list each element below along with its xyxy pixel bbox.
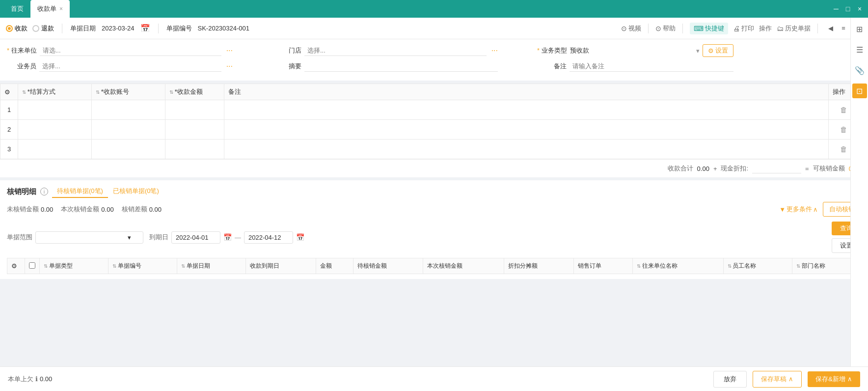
row-num-2: 2 xyxy=(0,120,18,140)
col-doc-type-header: ⇅ 单据类型 xyxy=(40,258,108,274)
date-label: 单据日期 xyxy=(70,24,96,33)
col-amount-header-w: 金额 xyxy=(316,258,353,274)
refund-radio[interactable]: 退款 xyxy=(32,24,54,33)
draft-arrow: ∧ xyxy=(788,375,793,383)
delete-icon-1[interactable]: 🗑 xyxy=(840,106,847,114)
date-to-input[interactable] xyxy=(244,231,293,244)
pay-method-1[interactable] xyxy=(18,100,92,120)
remark-1[interactable] xyxy=(224,100,829,120)
salesperson-input[interactable] xyxy=(39,61,221,72)
select-all-checkbox[interactable] xyxy=(29,262,35,269)
video-icon: ⊙ xyxy=(621,25,627,32)
right-attach-icon[interactable]: 📎 xyxy=(852,63,867,78)
delete-icon-3[interactable]: 🗑 xyxy=(840,145,847,154)
shop-more-btn[interactable]: ··· xyxy=(491,46,498,55)
tab-receipt-close[interactable]: × xyxy=(59,5,63,12)
layout-prev[interactable]: ◀ xyxy=(825,23,837,34)
account-1[interactable] xyxy=(92,100,165,120)
unverified-stat: 未核销金额 0.00 xyxy=(7,205,53,214)
draft-btn[interactable]: 保存草稿 ∧ xyxy=(753,371,802,388)
total-value: 0.00 xyxy=(697,165,709,172)
tab-pending[interactable]: 待核销单据(0笔) xyxy=(52,185,108,198)
plus-sign: + xyxy=(713,165,717,172)
type-radio-group: 收款 退款 xyxy=(6,24,54,33)
divider-4 xyxy=(682,24,683,33)
remark-input[interactable] xyxy=(570,61,733,72)
form-settings-btn[interactable]: ⚙ 设置 xyxy=(703,44,733,57)
calendar-icon[interactable]: 📅 xyxy=(140,24,150,33)
calendar-to-icon[interactable]: 📅 xyxy=(296,233,304,241)
counterpart-input[interactable] xyxy=(40,45,221,56)
account-3[interactable] xyxy=(92,140,165,159)
amount-3[interactable] xyxy=(165,140,224,159)
tab-done[interactable]: 已核销单据(0笔) xyxy=(108,185,164,198)
table-footer: 收款合计 0.00 + 现金折扣: = 可核销金额 0.00 xyxy=(0,159,868,177)
maximize-btn[interactable]: □ xyxy=(843,4,852,13)
help-label: 帮助 xyxy=(663,24,676,33)
shop-input[interactable] xyxy=(304,45,487,56)
delete-icon-2[interactable]: 🗑 xyxy=(840,125,847,134)
diff-label: 核销差额 xyxy=(122,205,147,214)
col-pending-header: 待核销金额 xyxy=(353,258,423,274)
right-table-icon[interactable]: ⊞ xyxy=(852,22,867,36)
equals-sign: = xyxy=(805,165,809,172)
layout-list[interactable]: ≡ xyxy=(838,23,849,34)
bottom-info-icon: ℹ xyxy=(35,375,38,383)
more-conditions-btn[interactable]: ▼ 更多条件 ∧ xyxy=(779,205,818,214)
tab-home[interactable]: 首页 xyxy=(4,0,30,18)
unverified-label: 未核销金额 xyxy=(7,205,39,214)
remark-2[interactable] xyxy=(224,120,829,140)
bottom-info: 本单上欠 ℹ 0.00 xyxy=(8,375,52,384)
remark-3[interactable] xyxy=(224,140,829,159)
date-field: 到期日 📅 — 📅 xyxy=(149,231,304,244)
save-new-btn[interactable]: 保存&新增 ∧ xyxy=(808,371,860,387)
shop-label: 门店 xyxy=(272,46,301,55)
amount-2[interactable] xyxy=(165,120,224,140)
tab-receipt[interactable]: 收款单 × xyxy=(30,0,70,18)
date-from-input[interactable] xyxy=(171,231,220,244)
video-btn[interactable]: ⊙ 视频 xyxy=(621,24,641,33)
pay-method-2[interactable] xyxy=(18,120,92,140)
diff-value: 0.00 xyxy=(149,206,162,213)
salesperson-label: 业务员 xyxy=(7,62,36,71)
amount-1[interactable] xyxy=(165,100,224,120)
col-check[interactable] xyxy=(25,258,40,274)
operation-btn[interactable]: 操作 xyxy=(759,24,772,33)
shop-field: 门店 ··· xyxy=(272,45,498,56)
counterpart-more-btn[interactable]: ··· xyxy=(226,46,233,55)
writeoff-info-icon[interactable]: i xyxy=(40,188,48,196)
minimize-btn[interactable]: ─ xyxy=(832,4,841,13)
toolbar-actions: ⊙ 视频 ⊙ 帮助 ⌨ 快捷键 🖨 打印 操作 🗂 历史单据 ◀ ≡ ⊞ xyxy=(621,23,862,34)
save-new-label: 保存&新增 xyxy=(815,375,845,384)
col-settings-header[interactable]: ⚙ xyxy=(0,84,18,100)
receipt-radio[interactable]: 收款 xyxy=(6,24,27,33)
summary-input[interactable] xyxy=(304,61,498,72)
counterpart-label: * 往来单位 xyxy=(7,46,37,55)
business-type-arrow: ▾ xyxy=(696,47,700,55)
divider-5 xyxy=(817,24,818,33)
shortcut-btn[interactable]: ⌨ 快捷键 xyxy=(690,23,728,34)
close-btn[interactable]: × xyxy=(855,4,864,13)
range-field: 单据范围 ▾ xyxy=(7,231,143,244)
print-btn[interactable]: 🖨 打印 xyxy=(733,24,754,33)
discount-input[interactable] xyxy=(752,164,801,173)
date-dash: — xyxy=(235,234,241,241)
salesperson-more-btn[interactable]: ··· xyxy=(226,62,233,71)
help-btn[interactable]: ⊙ 帮助 xyxy=(655,24,676,33)
row-num-3: 3 xyxy=(0,140,18,159)
gear-icon: ⚙ xyxy=(708,47,714,55)
discard-btn[interactable]: 放弃 xyxy=(713,371,747,388)
business-type-select[interactable]: 预收款 ▾ xyxy=(570,46,700,55)
pay-method-3[interactable] xyxy=(18,140,92,159)
account-2[interactable] xyxy=(92,120,165,140)
current-label: 本次核销金额 xyxy=(61,205,99,214)
range-select[interactable]: ▾ xyxy=(35,231,143,244)
net-label: 可核销金额 xyxy=(813,164,845,173)
right-doc-icon[interactable]: ☰ xyxy=(852,42,867,57)
bottom-bar: 本单上欠 ℹ 0.00 放弃 保存草稿 ∧ 保存&新增 ∧ xyxy=(0,366,868,391)
calendar-from-icon[interactable]: 📅 xyxy=(223,233,232,241)
history-btn[interactable]: 🗂 历史单据 xyxy=(777,24,811,33)
col-settings-writeoff[interactable]: ⚙ xyxy=(7,258,25,274)
right-expand-icon[interactable]: ⊡ xyxy=(852,84,867,98)
remark-label: 备注 xyxy=(537,62,567,71)
